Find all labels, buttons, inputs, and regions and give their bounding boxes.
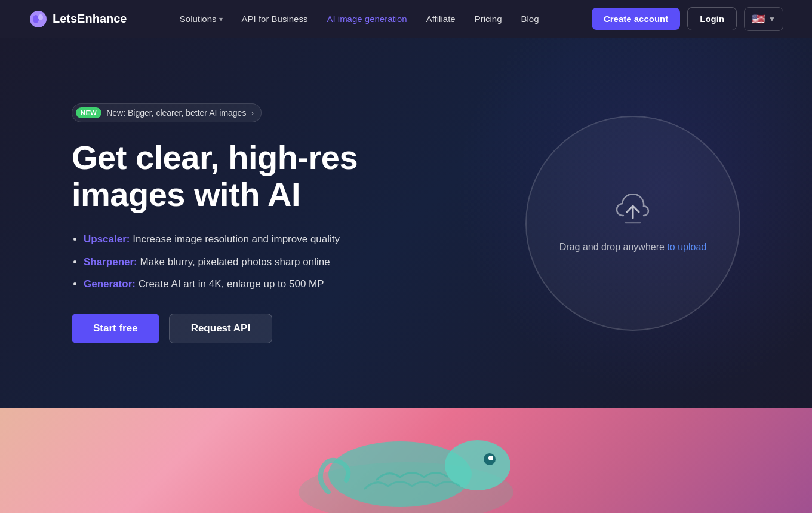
hero-features: Upscaler: Increase image resolution and … (72, 232, 418, 292)
feature-upscaler: Upscaler: Increase image resolution and … (84, 232, 418, 247)
nav-item-api[interactable]: API for Business (242, 14, 308, 24)
hero-section: NEW New: Bigger, clearer, better AI imag… (0, 38, 812, 408)
nav-item-affiliate[interactable]: Affiliate (426, 14, 456, 24)
feature-text-generator: Create AI art in 4K, enlarge up to 500 M… (139, 278, 324, 290)
logo[interactable]: LetsEnhance (29, 10, 127, 29)
request-api-button[interactable]: Request API (169, 314, 273, 343)
chameleon-image (257, 408, 555, 513)
start-free-button[interactable]: Start free (72, 314, 159, 343)
chameleon-section (0, 408, 812, 513)
upload-dropzone[interactable]: Drag and drop anywhere to upload (525, 116, 740, 331)
badge-text: New: Bigger, clearer, better AI images (106, 108, 246, 118)
feature-label-generator: Generator: (84, 278, 136, 290)
feature-text-sharpener: Make blurry, pixelated photos sharp onli… (140, 256, 330, 268)
lang-chevron-icon: ▼ (768, 15, 776, 23)
svg-point-7 (488, 456, 493, 460)
hero-buttons: Start free Request API (72, 314, 418, 343)
nav-actions: Create account Login 🇺🇸 ▼ (592, 7, 783, 31)
login-button[interactable]: Login (687, 7, 737, 30)
flag-icon: 🇺🇸 (752, 13, 765, 26)
badge-arrow-icon: › (251, 108, 254, 118)
new-tag: NEW (76, 107, 102, 118)
feature-label-upscaler: Upscaler: (84, 234, 130, 245)
feature-text-upscaler: Increase image resolution and improve qu… (133, 234, 340, 245)
feature-generator: Generator: Create AI art in 4K, enlarge … (84, 277, 418, 292)
upload-link[interactable]: to upload (667, 242, 706, 252)
svg-point-2 (38, 14, 43, 20)
nav-item-solutions[interactable]: Solutions ▾ (180, 14, 223, 24)
feature-label-sharpener: Sharpener: (84, 256, 137, 268)
navbar: LetsEnhance Solutions ▾ API for Business… (0, 0, 812, 38)
nav-item-blog[interactable]: Blog (521, 14, 539, 24)
new-badge[interactable]: NEW New: Bigger, clearer, better AI imag… (72, 103, 262, 122)
hero-content: NEW New: Bigger, clearer, better AI imag… (72, 103, 418, 343)
nav-item-pricing[interactable]: Pricing (475, 14, 502, 24)
upload-text: Drag and drop anywhere to upload (559, 242, 706, 253)
nav-item-ai-image[interactable]: AI image generation (327, 14, 407, 24)
logo-icon (29, 10, 48, 29)
svg-point-1 (33, 15, 39, 23)
hero-title: Get clear, high-res images with AI (72, 139, 418, 213)
upload-cloud-icon (614, 194, 652, 232)
feature-sharpener: Sharpener: Make blurry, pixelated photos… (84, 254, 418, 270)
create-account-button[interactable]: Create account (592, 8, 680, 30)
nav-links: Solutions ▾ API for Business AI image ge… (180, 14, 539, 24)
solutions-chevron-icon: ▾ (219, 15, 223, 23)
language-selector[interactable]: 🇺🇸 ▼ (744, 7, 783, 31)
